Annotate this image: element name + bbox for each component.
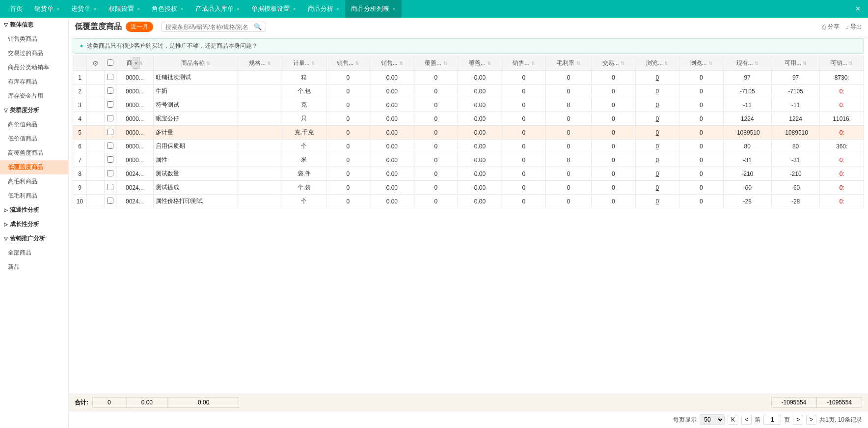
browse-link[interactable]: 0 xyxy=(655,198,659,205)
col-coverage1[interactable]: 覆盖... ⇅ xyxy=(414,56,458,71)
row-select-checkbox[interactable] xyxy=(107,143,113,149)
sidebar-section-liquidity[interactable]: ▷ 流通性分析 xyxy=(0,203,68,217)
close-icon[interactable]: × xyxy=(336,6,339,12)
browse-link[interactable]: 0 xyxy=(655,157,659,164)
row-checkbox[interactable] xyxy=(105,153,116,167)
row-select-checkbox[interactable] xyxy=(107,74,113,80)
row-checkbox[interactable] xyxy=(105,167,116,181)
row-browse1[interactable]: 0 xyxy=(635,98,679,112)
row-name[interactable]: 启用保质期 xyxy=(153,140,238,153)
export-button[interactable]: ↓ 导出 xyxy=(845,23,862,31)
close-icon[interactable]: × xyxy=(392,6,395,12)
sidebar-section-marketing[interactable]: ▽ 营销推广分析 xyxy=(0,231,68,246)
page-size-select[interactable]: 50 100 200 xyxy=(700,414,725,425)
nav-sales-order[interactable]: 销货单 × xyxy=(28,0,65,18)
row-browse1[interactable]: 0 xyxy=(635,195,679,208)
close-icon[interactable]: × xyxy=(56,6,59,12)
nav-role-auth[interactable]: 角色授权 × xyxy=(146,0,189,18)
nav-permission-settings[interactable]: 权限设置 × xyxy=(103,0,146,18)
row-checkbox[interactable] xyxy=(105,195,116,208)
search-input[interactable] xyxy=(165,24,254,30)
col-transaction[interactable]: 交易... ⇅ xyxy=(591,56,635,71)
close-icon[interactable]: × xyxy=(237,6,240,12)
sidebar-item-new-products[interactable]: 新品 xyxy=(0,260,68,274)
row-checkbox[interactable] xyxy=(105,85,116,98)
sidebar-section-cluster-analysis[interactable]: ▽ 类群度分析 xyxy=(0,103,68,117)
col-name[interactable]: 商品名称 ⇅ xyxy=(153,56,238,71)
row-name[interactable]: 属性价格打印测试 xyxy=(153,195,238,208)
sidebar-item-high-margin[interactable]: 高毛利商品 xyxy=(0,174,68,189)
sidebar-section-overview[interactable]: ▽ 整体信息 xyxy=(0,18,68,32)
close-icon[interactable]: × xyxy=(93,6,96,12)
row-name[interactable]: 测试数量 xyxy=(153,167,238,181)
row-name[interactable]: 多计量 xyxy=(153,126,238,140)
row-select-checkbox[interactable] xyxy=(107,129,113,135)
sidebar-item-low-coverage[interactable]: 低覆盖度商品 xyxy=(0,160,68,174)
browse-link[interactable]: 0 xyxy=(655,184,659,191)
gear-icon[interactable]: ⚙ xyxy=(92,59,99,67)
row-browse1[interactable]: 0 xyxy=(635,85,679,98)
row-checkbox[interactable] xyxy=(105,112,116,126)
sidebar-item-all-products[interactable]: 全部商品 xyxy=(0,246,68,260)
row-browse1[interactable]: 0 xyxy=(635,153,679,167)
row-select-checkbox[interactable] xyxy=(107,198,113,204)
row-select-checkbox[interactable] xyxy=(107,101,113,108)
select-all-checkbox[interactable] xyxy=(107,59,113,66)
next-page-button[interactable]: > xyxy=(793,415,803,425)
sidebar-section-growth[interactable]: ▷ 成长性分析 xyxy=(0,217,68,231)
row-browse1[interactable]: 0 xyxy=(635,167,679,181)
row-name[interactable]: 旺铺批次测试 xyxy=(153,71,238,85)
share-button[interactable]: ⎙ 分享 xyxy=(822,23,840,31)
browse-link[interactable]: 0 xyxy=(655,102,659,109)
sidebar-item-traded-products[interactable]: 交易过的商品 xyxy=(0,46,68,60)
sidebar-item-category-turnover[interactable]: 商品分类动销率 xyxy=(0,60,68,75)
row-select-checkbox[interactable] xyxy=(107,115,113,121)
nav-product-analysis[interactable]: 商品分析 × xyxy=(302,0,345,18)
nav-purchase-order[interactable]: 进货单 × xyxy=(65,0,102,18)
col-sales-amount[interactable]: 销售... ⇅ xyxy=(370,56,414,71)
browse-link[interactable]: 0 xyxy=(655,143,659,150)
time-filter-button[interactable]: 近一月 xyxy=(126,22,153,32)
col-saleable[interactable]: 可销... ⇅ xyxy=(820,56,864,71)
close-icon[interactable]: × xyxy=(137,6,140,12)
sidebar-item-low-margin[interactable]: 低毛利商品 xyxy=(0,189,68,203)
sidebar-item-high-value[interactable]: 高价值商品 xyxy=(0,117,68,132)
last-page-button[interactable]: > xyxy=(806,415,816,425)
row-checkbox[interactable] xyxy=(105,181,116,195)
browse-link[interactable]: 0 xyxy=(655,88,659,95)
col-gross-margin[interactable]: 毛利率 ⇅ xyxy=(546,56,592,71)
row-browse1[interactable]: 0 xyxy=(635,71,679,85)
nav-home[interactable]: 首页 xyxy=(4,0,28,18)
prev-page-button[interactable]: < xyxy=(741,415,752,425)
row-name[interactable]: 牛奶 xyxy=(153,85,238,98)
page-number-input[interactable] xyxy=(763,415,781,425)
browse-link[interactable]: 0 xyxy=(655,171,659,177)
nav-finished-goods[interactable]: 产成品入库单 × xyxy=(190,0,245,18)
sidebar-item-sales-products[interactable]: 销售类商品 xyxy=(0,32,68,46)
row-browse1[interactable]: 0 xyxy=(635,181,679,195)
sidebar-item-in-stock-products[interactable]: 有库存商品 xyxy=(0,75,68,89)
sidebar-item-high-coverage[interactable]: 高覆盖度商品 xyxy=(0,146,68,160)
col-sales3[interactable]: 销售... ⇅ xyxy=(502,56,546,71)
close-icon[interactable]: × xyxy=(180,6,183,12)
nav-template-settings[interactable]: 单据模板设置 × xyxy=(245,0,301,18)
col-browse2[interactable]: 浏览... ⇅ xyxy=(679,56,724,71)
browse-link[interactable]: 0 xyxy=(655,74,659,81)
row-name[interactable]: 符号测试 xyxy=(153,98,238,112)
col-available-stock[interactable]: 可用... ⇅ xyxy=(771,56,819,71)
col-gear[interactable]: ⚙ xyxy=(87,56,105,71)
row-name[interactable]: 眠宝公仔 xyxy=(153,112,238,126)
browse-link[interactable]: 0 xyxy=(655,129,659,136)
row-browse1[interactable]: 0 xyxy=(635,126,679,140)
row-browse1[interactable]: 0 xyxy=(635,112,679,126)
search-icon[interactable]: 🔍 xyxy=(254,23,262,30)
row-checkbox[interactable] xyxy=(105,71,116,85)
row-select-checkbox[interactable] xyxy=(107,156,113,163)
col-current-stock[interactable]: 现有... ⇅ xyxy=(723,56,771,71)
row-checkbox[interactable] xyxy=(105,126,116,140)
close-all-button[interactable]: × xyxy=(852,4,864,13)
row-name[interactable]: 测试提成 xyxy=(153,181,238,195)
first-page-button[interactable]: K xyxy=(728,415,738,425)
col-spec[interactable]: 规格... ⇅ xyxy=(238,56,282,71)
row-browse1[interactable]: 0 xyxy=(635,140,679,153)
